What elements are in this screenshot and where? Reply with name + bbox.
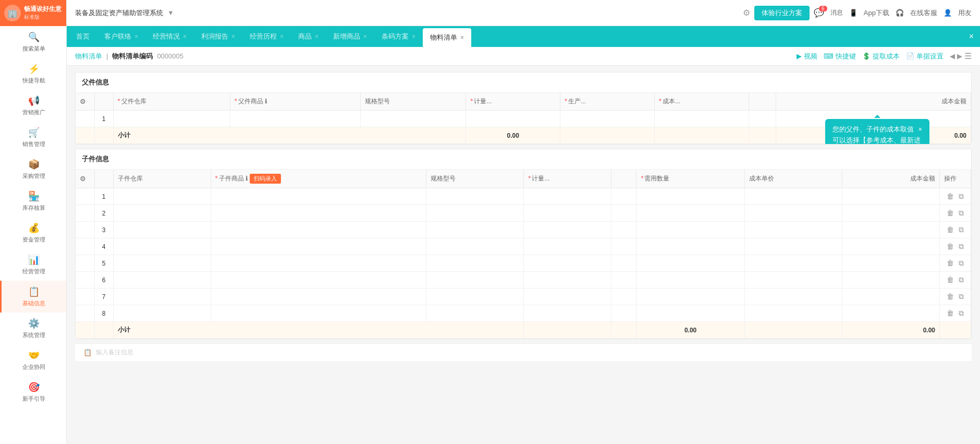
child-row-2-spec[interactable]	[426, 205, 524, 222]
sidebar-item-enterprise[interactable]: 🤝 企业协同	[0, 344, 66, 376]
parent-row-1-production[interactable]	[560, 111, 655, 127]
tab-close-barcode[interactable]: ×	[412, 33, 415, 40]
sidebar-item-search[interactable]: 🔍 搜索菜单	[0, 26, 66, 58]
child-row-7-spec[interactable]	[426, 289, 524, 305]
child-row-2-product[interactable]	[211, 205, 426, 222]
child-row-3-unit[interactable]	[524, 222, 611, 238]
child-row-6-spec[interactable]	[426, 272, 524, 289]
sidebar-item-marketing[interactable]: 📢 营销推广	[0, 90, 66, 122]
child-row-2-warehouse[interactable]	[113, 205, 211, 222]
child-row-4-unit[interactable]	[524, 238, 611, 255]
parent-row-1-cost[interactable]	[654, 111, 749, 127]
child-row-2-unit[interactable]	[524, 205, 611, 222]
sidebar-item-purchase[interactable]: 📦 采购管理	[0, 153, 66, 185]
child-settings-gear[interactable]: ⚙	[80, 175, 86, 183]
child-row-3-unit-price[interactable]	[744, 222, 842, 238]
system-dropdown-icon[interactable]: ▼	[167, 9, 174, 17]
message-btn[interactable]: 💬 6	[814, 8, 824, 18]
child-row-1-product[interactable]	[211, 188, 426, 205]
parent-row-1-product[interactable]	[230, 111, 360, 127]
user-name[interactable]: 用友	[958, 8, 972, 18]
sidebar-item-system[interactable]: ⚙️ 系统管理	[0, 313, 66, 344]
menu-icon[interactable]: ☰	[964, 51, 972, 61]
child-row-7-warehouse[interactable]	[113, 289, 211, 305]
child-row-3-product[interactable]	[211, 222, 426, 238]
child-row-1-needed[interactable]	[636, 188, 744, 205]
online-service-label[interactable]: 在线客服	[910, 8, 937, 18]
sidebar-item-basicinfo[interactable]: 📋 基础信息	[0, 281, 66, 313]
child-row-5-warehouse[interactable]	[113, 255, 211, 272]
child-row-6-needed[interactable]	[636, 272, 744, 289]
tab-close-goods[interactable]: ×	[315, 33, 318, 40]
copy-icon-5[interactable]: ⧉	[959, 259, 964, 267]
child-row-6-unit-price[interactable]	[744, 272, 842, 289]
sidebar-item-inventory[interactable]: 🏪 库存核算	[0, 185, 66, 217]
delete-icon-8[interactable]: 🗑	[947, 309, 954, 317]
sidebar-item-sales[interactable]: 🛒 销售管理	[0, 122, 66, 153]
tooltip-close-btn[interactable]: ×	[918, 124, 922, 135]
hint-text[interactable]: 输入备注信息	[96, 348, 133, 357]
parent-row-1-warehouse[interactable]	[113, 111, 230, 127]
child-row-4-product[interactable]	[211, 238, 426, 255]
trial-btn[interactable]: 体验行业方案	[754, 6, 810, 20]
next-icon[interactable]: ▶	[957, 52, 962, 60]
child-row-7-needed[interactable]	[636, 289, 744, 305]
child-row-5-spec[interactable]	[426, 255, 524, 272]
tab-home[interactable]: 首页	[69, 26, 97, 47]
settings-icon[interactable]: ⚙	[743, 8, 750, 18]
parent-row-1-spec[interactable]	[361, 111, 466, 127]
sidebar-item-guide[interactable]: 🎯 新手引导	[0, 376, 66, 408]
copy-icon-1[interactable]: ⧉	[959, 192, 964, 200]
delete-icon-6[interactable]: 🗑	[947, 275, 954, 284]
tab-close-customers[interactable]: ×	[134, 33, 138, 40]
sidebar-item-finance[interactable]: 💰 资金管理	[0, 217, 66, 249]
parent-row-1-unit[interactable]	[466, 111, 560, 127]
copy-icon-2[interactable]: ⧉	[959, 209, 964, 217]
child-row-5-needed[interactable]	[636, 255, 744, 272]
action-shortcut[interactable]: ⌨ 快捷键	[824, 52, 856, 61]
tab-close-history[interactable]: ×	[280, 33, 284, 40]
sidebar-item-operations[interactable]: 📊 经营管理	[0, 249, 66, 281]
prev-icon[interactable]: ◀	[950, 52, 955, 60]
app-download-label[interactable]: App下载	[864, 8, 889, 18]
delete-icon-4[interactable]: 🗑	[947, 242, 954, 250]
breadcrumb-link[interactable]: 物料清单	[75, 52, 102, 61]
child-row-8-spec[interactable]	[426, 305, 524, 322]
delete-icon-7[interactable]: 🗑	[947, 292, 954, 301]
tab-close-bom[interactable]: ×	[460, 34, 464, 41]
tab-goods[interactable]: 商品 ×	[291, 26, 326, 47]
copy-icon-6[interactable]: ⧉	[959, 275, 964, 284]
tab-bom[interactable]: 物料清单 ×	[423, 28, 471, 47]
child-row-1-unit-price[interactable]	[744, 188, 842, 205]
tab-profit[interactable]: 利润报告 ×	[194, 26, 242, 47]
delete-icon-1[interactable]: 🗑	[947, 192, 954, 200]
tab-close-newgoods[interactable]: ×	[363, 33, 367, 40]
tab-operations-nav[interactable]: 经营情况 ×	[145, 26, 194, 47]
child-row-4-spec[interactable]	[426, 238, 524, 255]
tab-close-operations[interactable]: ×	[183, 33, 187, 40]
child-row-6-unit[interactable]	[524, 272, 611, 289]
delete-icon-3[interactable]: 🗑	[947, 225, 954, 234]
action-cost[interactable]: 💲 提取成本	[862, 52, 900, 61]
copy-icon-8[interactable]: ⧉	[959, 309, 964, 317]
child-row-1-spec[interactable]	[426, 188, 524, 205]
action-view[interactable]: ▶ 视频	[797, 52, 817, 61]
child-row-5-unit[interactable]	[524, 255, 611, 272]
child-row-5-unit-price[interactable]	[744, 255, 842, 272]
nav-close-all[interactable]: ×	[965, 32, 978, 41]
tab-barcode[interactable]: 条码方案 ×	[374, 26, 423, 47]
child-row-8-unit[interactable]	[524, 305, 611, 322]
tab-history[interactable]: 经营历程 ×	[242, 26, 291, 47]
child-row-5-product[interactable]	[211, 255, 426, 272]
copy-icon-7[interactable]: ⧉	[959, 292, 964, 301]
child-row-1-warehouse[interactable]	[113, 188, 211, 205]
delete-icon-2[interactable]: 🗑	[947, 209, 954, 217]
child-row-8-product[interactable]	[211, 305, 426, 322]
tab-newgoods[interactable]: 新增商品 ×	[326, 26, 374, 47]
child-row-8-needed[interactable]	[636, 305, 744, 322]
child-row-8-warehouse[interactable]	[113, 305, 211, 322]
tab-close-profit[interactable]: ×	[231, 33, 235, 40]
child-row-2-unit-price[interactable]	[744, 205, 842, 222]
tab-customers[interactable]: 客户联络 ×	[97, 26, 145, 47]
child-row-1-unit[interactable]	[524, 188, 611, 205]
